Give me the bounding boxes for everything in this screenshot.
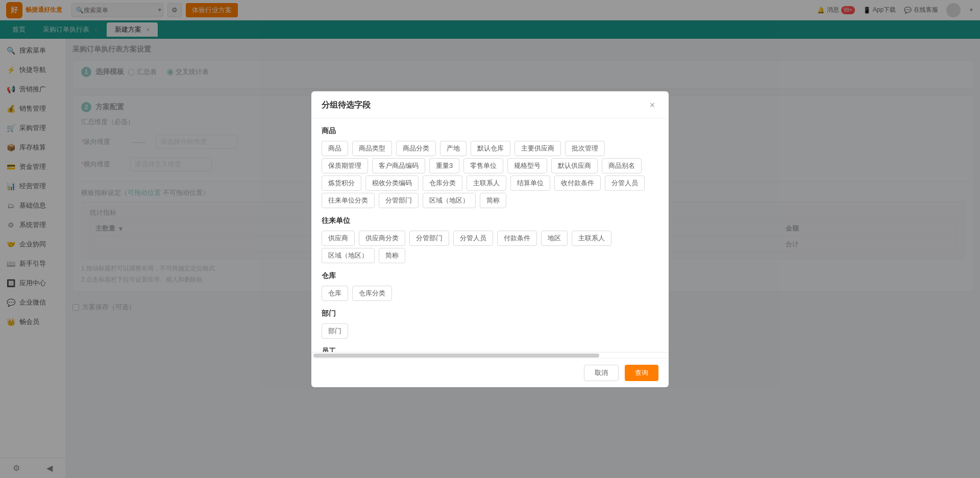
field-tag[interactable]: 仓库分类 (352, 286, 392, 301)
field-tags-goods: 商品 商品类型 商品分类 产地 默认仓库 主要供应商 批次管理 (322, 141, 658, 156)
field-tag[interactable]: 主要供应商 (514, 141, 561, 156)
modal-overlay: 分组待选字段 × 商品 商品 商品类型 商品分类 产地 默认仓库 主要供应商 批… (0, 0, 980, 478)
field-tag[interactable]: 默认供应商 (551, 158, 598, 173)
field-tag[interactable]: 保质期管理 (322, 158, 368, 173)
modal-body[interactable]: 商品 商品 商品类型 商品分类 产地 默认仓库 主要供应商 批次管理 保质期管理… (311, 118, 669, 352)
modal-horizontal-scrollbar[interactable] (311, 352, 669, 358)
cancel-button[interactable]: 取消 (584, 365, 619, 381)
group-title-dept: 部门 (322, 309, 658, 318)
field-tag[interactable]: 供应商 (322, 231, 355, 246)
field-tag[interactable]: 仓库 (322, 286, 348, 301)
field-tag[interactable]: 简称 (379, 248, 405, 263)
field-tags-warehouse: 仓库 仓库分类 (322, 286, 658, 301)
group-title-goods: 商品 (322, 127, 658, 136)
field-tags-goods-4: 往来单位分类 分管部门 区域（地区） 简称 (322, 193, 658, 208)
field-tag[interactable]: 商品 (322, 141, 348, 156)
field-tag[interactable]: 付款条件 (497, 231, 537, 246)
modal-header: 分组待选字段 × (311, 91, 669, 118)
field-tags-partner-2: 区域（地区） 简称 (322, 248, 658, 263)
field-tag[interactable]: 仓库分类 (423, 175, 462, 191)
field-tags-partner: 供应商 供应商分类 分管部门 分管人员 付款条件 地区 主联系人 (322, 231, 658, 246)
field-tag[interactable]: 简称 (480, 193, 506, 208)
field-tag[interactable]: 批次管理 (565, 141, 605, 156)
scrollbar-thumb (313, 354, 599, 358)
field-tag[interactable]: 往来单位分类 (322, 193, 375, 208)
field-tag[interactable]: 炼货积分 (322, 175, 361, 191)
field-tag[interactable]: 地区 (541, 231, 568, 246)
field-tag[interactable]: 主联系人 (572, 231, 611, 246)
group-title-staff: 员工 (322, 347, 658, 352)
field-tag[interactable]: 分管人员 (453, 231, 493, 246)
field-tag[interactable]: 结算单位 (510, 175, 550, 191)
field-tags-goods-2: 保质期管理 客户商品编码 重量3 零售单位 规格型号 默认供应商 商品别名 (322, 158, 658, 173)
field-tag[interactable]: 供应商分类 (359, 231, 405, 246)
modal-footer: 取消 查询 (311, 358, 669, 387)
field-tag[interactable]: 分管人员 (605, 175, 645, 191)
field-tag[interactable]: 收付款条件 (554, 175, 601, 191)
field-tag[interactable]: 分管部门 (409, 231, 449, 246)
field-tag[interactable]: 商品分类 (396, 141, 436, 156)
field-tag[interactable]: 商品别名 (602, 158, 642, 173)
field-tag[interactable]: 区域（地区） (423, 193, 476, 208)
field-select-modal: 分组待选字段 × 商品 商品 商品类型 商品分类 产地 默认仓库 主要供应商 批… (311, 91, 669, 387)
field-tag[interactable]: 重量3 (429, 158, 459, 173)
modal-close-button[interactable]: × (646, 99, 658, 112)
field-tag[interactable]: 商品类型 (352, 141, 392, 156)
field-tag[interactable]: 分管部门 (379, 193, 419, 208)
field-tags-goods-3: 炼货积分 税收分类编码 仓库分类 主联系人 结算单位 收付款条件 分管人员 (322, 175, 658, 191)
field-tag[interactable]: 零售单位 (463, 158, 503, 173)
group-title-warehouse: 仓库 (322, 271, 658, 281)
field-tag[interactable]: 税收分类编码 (365, 175, 419, 191)
group-title-partner: 往来单位 (322, 216, 658, 225)
field-tag[interactable]: 区域（地区） (322, 248, 375, 263)
field-tags-dept: 部门 (322, 323, 658, 339)
field-tag[interactable]: 客户商品编码 (372, 158, 425, 173)
field-tag[interactable]: 默认仓库 (471, 141, 510, 156)
field-tag[interactable]: 主联系人 (467, 175, 506, 191)
field-tag[interactable]: 部门 (322, 323, 348, 339)
field-tag[interactable]: 规格型号 (507, 158, 547, 173)
modal-title: 分组待选字段 (322, 100, 371, 111)
field-tag[interactable]: 产地 (440, 141, 467, 156)
confirm-button[interactable]: 查询 (625, 365, 658, 381)
